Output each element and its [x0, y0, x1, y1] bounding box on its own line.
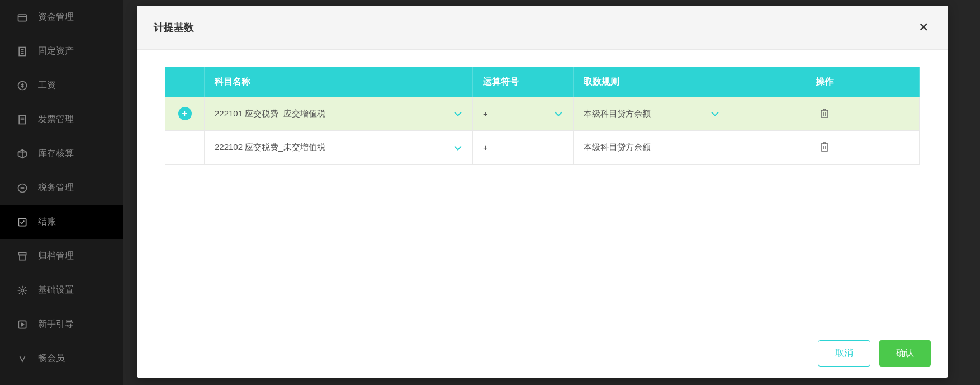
subject-value: 222102 应交税费_未交增值税 — [215, 142, 325, 152]
subject-value: 222101 应交税费_应交增值税 — [215, 109, 325, 118]
rule-value: 本级科目贷方余额 — [584, 142, 651, 152]
subject-cell[interactable]: 222102 应交税费_未交增值税 — [205, 131, 473, 165]
sidebar-item-label: 新手引导 — [38, 318, 74, 330]
modal-body: 科目名称 运算符号 取数规则 操作 +222101 应交税费_应交增值税+本级科… — [137, 50, 948, 329]
sidebar: 资金管理 固定资产 工资 发票管理 库存核算 税务管理 结账 — [0, 0, 123, 385]
play-icon — [17, 319, 28, 330]
sidebar-item-label: 结账 — [38, 216, 56, 228]
sidebar-item-archive[interactable]: 归档管理 — [0, 239, 123, 273]
trash-icon — [820, 141, 830, 154]
rule-value: 本级科目贷方余额 — [584, 109, 651, 118]
sidebar-item-label: 基础设置 — [38, 284, 74, 296]
sidebar-item-inventory[interactable]: 库存核算 — [0, 137, 123, 171]
table-header-row: 科目名称 运算符号 取数规则 操作 — [165, 67, 920, 97]
sidebar-item-label: 工资 — [38, 79, 56, 91]
sidebar-item-funds[interactable]: 资金管理 — [0, 0, 123, 34]
operator-value: + — [483, 109, 488, 119]
modal-title: 计提基数 — [154, 21, 194, 34]
table-row: 222102 应交税费_未交增值税+本级科目贷方余额 — [165, 131, 920, 165]
modal-header: 计提基数 ✕ — [137, 6, 948, 50]
sidebar-item-label: 税务管理 — [38, 182, 74, 194]
sidebar-item-closing[interactable]: 结账 — [0, 205, 123, 239]
tax-icon — [17, 182, 28, 194]
chevron-down-icon[interactable] — [554, 109, 563, 119]
chevron-down-icon[interactable] — [453, 109, 462, 119]
add-row-button[interactable]: + — [178, 107, 192, 120]
plus-icon: + — [182, 108, 188, 120]
chevron-down-icon[interactable] — [711, 109, 719, 119]
table-row: +222101 应交税费_应交增值税+本级科目贷方余额 — [165, 97, 920, 131]
delete-button[interactable] — [820, 107, 830, 120]
sidebar-item-guide[interactable]: 新手引导 — [0, 307, 123, 341]
action-cell — [730, 131, 920, 165]
close-button[interactable]: ✕ — [916, 18, 931, 37]
sidebar-item-settings[interactable]: 基础设置 — [0, 273, 123, 307]
sidebar-item-label: 发票管理 — [38, 114, 74, 125]
sidebar-item-label: 库存核算 — [38, 148, 74, 159]
operator-cell[interactable]: + — [473, 131, 574, 165]
operator-value: + — [483, 143, 488, 152]
chevron-down-icon[interactable] — [453, 143, 462, 152]
trash-icon — [820, 107, 830, 120]
wallet-icon — [17, 12, 28, 23]
vip-icon — [17, 353, 28, 364]
sidebar-item-label: 归档管理 — [38, 250, 74, 262]
rule-cell[interactable]: 本级科目贷方余额 — [574, 97, 730, 131]
building-icon — [17, 46, 28, 57]
svg-rect-7 — [20, 255, 25, 260]
sidebar-item-label: 固定资产 — [38, 45, 74, 57]
table-header-rule: 取数规则 — [574, 67, 730, 97]
add-cell: + — [165, 97, 205, 131]
sidebar-item-salary[interactable]: 工资 — [0, 68, 123, 102]
rule-cell[interactable]: 本级科目贷方余额 — [574, 131, 730, 165]
cancel-button[interactable]: 取消 — [818, 340, 870, 367]
sidebar-item-label: 畅会员 — [38, 353, 65, 364]
modal-footer: 取消 确认 — [137, 329, 948, 378]
confirm-button[interactable]: 确认 — [879, 340, 931, 367]
money-icon — [17, 80, 28, 91]
close-icon: ✕ — [919, 20, 929, 34]
action-cell — [730, 97, 920, 131]
add-cell — [165, 131, 205, 165]
gear-icon — [17, 285, 28, 296]
sidebar-item-fixed-assets[interactable]: 固定资产 — [0, 34, 123, 68]
operator-cell[interactable]: + — [473, 97, 574, 131]
sidebar-item-member[interactable]: 畅会员 — [0, 341, 123, 375]
svg-rect-0 — [18, 15, 27, 21]
delete-button[interactable] — [820, 141, 830, 154]
invoice-icon — [17, 114, 28, 125]
sidebar-item-label: 资金管理 — [38, 11, 74, 23]
box-icon — [17, 148, 28, 159]
subject-cell[interactable]: 222101 应交税费_应交增值税 — [205, 97, 473, 131]
svg-point-8 — [21, 289, 24, 292]
table-header-subject: 科目名称 — [205, 67, 473, 97]
table-header-add — [165, 67, 205, 97]
check-icon — [17, 217, 28, 228]
sidebar-item-invoice[interactable]: 发票管理 — [0, 102, 123, 137]
sidebar-item-tax[interactable]: 税务管理 — [0, 171, 123, 205]
table-header-operator: 运算符号 — [473, 67, 574, 97]
table-header-action: 操作 — [730, 67, 920, 97]
data-table: 科目名称 运算符号 取数规则 操作 +222101 应交税费_应交增值税+本级科… — [165, 67, 920, 165]
svg-rect-5 — [18, 218, 26, 226]
modal-dialog: 计提基数 ✕ 科目名称 运算符号 取数规则 操作 +222101 应交税费_应交… — [137, 6, 948, 378]
archive-icon — [17, 251, 28, 262]
